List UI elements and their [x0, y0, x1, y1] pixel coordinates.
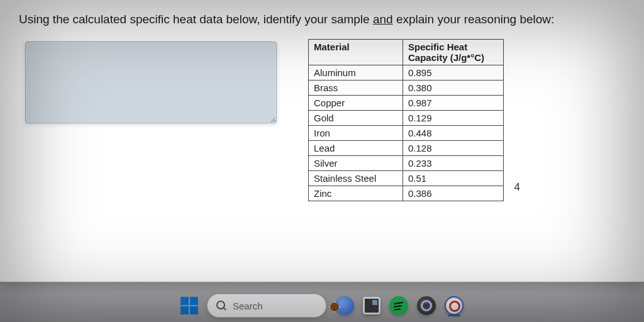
- cell-value: 0.895: [403, 65, 504, 80]
- cell-material: Gold: [309, 110, 403, 125]
- cell-material: Aluminum: [309, 65, 403, 80]
- windows-icon: [180, 306, 189, 314]
- question-prefix: Using the calculated specific heat data …: [19, 13, 373, 26]
- cell-value: 0.987: [403, 95, 504, 110]
- table-row: Brass0.380: [309, 80, 504, 95]
- cell-material: Copper: [309, 95, 403, 110]
- specific-heat-table: Material Specific Heat Capacity (J/g*°C)…: [308, 39, 504, 201]
- windows-icon: [190, 297, 198, 305]
- spotify-icon[interactable]: [389, 296, 408, 315]
- side-number: 4: [514, 181, 520, 194]
- table-header-row: Material Specific Heat Capacity (J/g*°C): [309, 39, 504, 65]
- cell-value: 0.129: [403, 110, 504, 125]
- heat-table-wrap: Material Specific Heat Capacity (J/g*°C)…: [308, 39, 504, 201]
- windows-taskbar: Search: [0, 289, 644, 322]
- cell-value: 0.128: [403, 140, 504, 155]
- answer-textarea[interactable]: [25, 42, 277, 123]
- table-row: Silver0.233: [309, 155, 504, 170]
- content-row: Material Specific Heat Capacity (J/g*°C)…: [19, 39, 625, 201]
- table-row: Zinc0.386: [309, 186, 504, 201]
- question-suffix: explain your reasoning below:: [393, 13, 555, 26]
- col-specific-heat: Specific Heat Capacity (J/g*°C): [403, 39, 504, 65]
- cell-value: 0.386: [403, 186, 504, 201]
- settings-icon[interactable]: [417, 296, 436, 315]
- cell-value: 0.51: [403, 170, 504, 186]
- cell-material: Iron: [309, 125, 403, 140]
- taskbar-search[interactable]: Search: [207, 294, 326, 318]
- cell-value: 0.448: [403, 125, 504, 140]
- search-icon: [216, 301, 226, 311]
- cell-value: 0.380: [403, 80, 504, 95]
- cell-material: Silver: [309, 155, 403, 170]
- cell-material: Stainless Steel: [309, 170, 403, 186]
- news-widget-icon[interactable]: [335, 296, 354, 315]
- camera-app-icon[interactable]: [445, 296, 464, 315]
- col-material: Material: [309, 39, 403, 65]
- search-placeholder: Search: [233, 301, 263, 311]
- taskbar-icons: [335, 296, 464, 315]
- table-row: Aluminum0.895: [309, 65, 504, 80]
- table-row: Copper0.987: [309, 95, 504, 110]
- app-icon[interactable]: [363, 297, 380, 314]
- windows-icon: [190, 306, 198, 314]
- table-row: Gold0.129: [309, 110, 504, 125]
- document-page: Using the calculated specific heat data …: [0, 0, 644, 283]
- cell-material: Brass: [309, 80, 403, 95]
- question-text: Using the calculated specific heat data …: [19, 11, 625, 28]
- cell-material: Zinc: [309, 186, 403, 201]
- cell-value: 0.233: [403, 155, 504, 170]
- cell-material: Lead: [309, 140, 403, 155]
- start-button[interactable]: [180, 297, 198, 314]
- windows-icon: [180, 297, 189, 305]
- table-row: Lead0.128: [309, 140, 504, 155]
- table-row: Iron0.448: [309, 125, 504, 140]
- table-row: Stainless Steel0.51: [309, 170, 504, 186]
- question-underlined: and: [373, 13, 393, 26]
